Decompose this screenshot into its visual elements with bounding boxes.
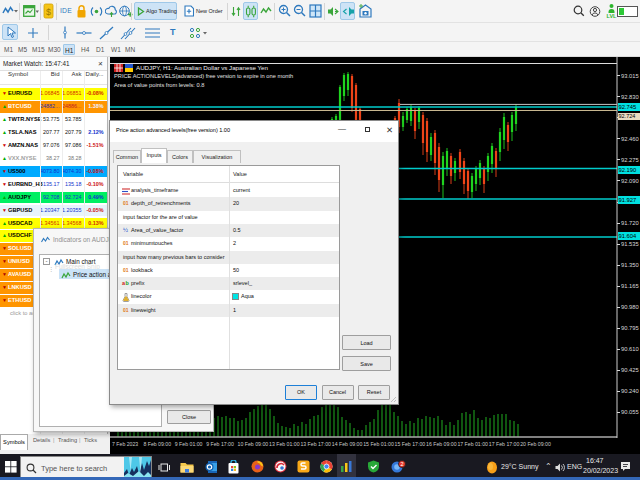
svg-text:$: $ [46,7,51,17]
svg-text:2: 2 [400,461,403,467]
svg-text:LVL: LVL [607,13,617,19]
